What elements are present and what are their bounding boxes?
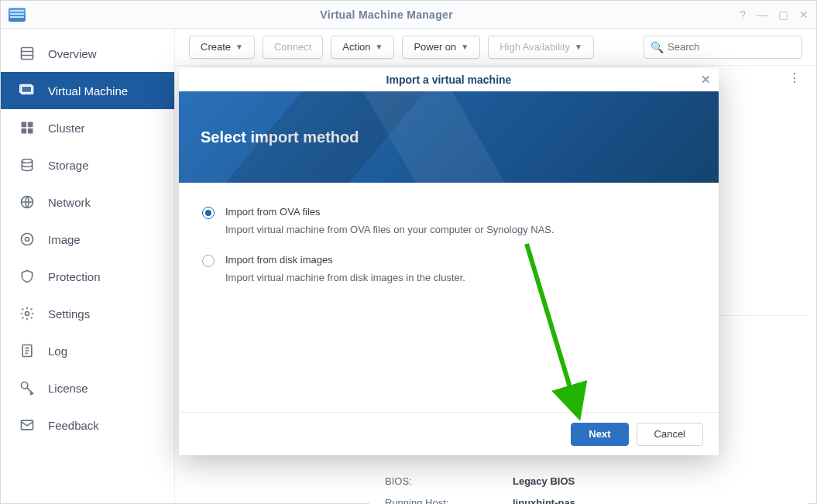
ha-button[interactable]: High Availability▼ <box>488 36 594 59</box>
running-host-label: Running Host: <box>385 497 513 505</box>
svg-rect-2 <box>20 85 32 93</box>
log-icon <box>19 343 35 358</box>
svg-rect-0 <box>22 48 33 60</box>
storage-icon <box>19 157 35 173</box>
caret-down-icon: ▼ <box>575 43 582 51</box>
svg-point-10 <box>26 238 29 242</box>
sidebar-item-storage[interactable]: Storage <box>1 146 174 183</box>
option-import-ova[interactable]: Import from OVA files Import virtual mac… <box>201 200 697 248</box>
network-icon <box>19 194 35 210</box>
bios-label: BIOS: <box>385 475 513 487</box>
sidebar-item-image[interactable]: Image <box>1 221 174 258</box>
sidebar-item-license[interactable]: License <box>1 369 174 406</box>
next-button[interactable]: Next <box>571 423 628 446</box>
sidebar-item-label: Overview <box>48 47 97 60</box>
titlebar: Virtual Machine Manager ? — ▢ ✕ <box>1 1 816 29</box>
sidebar-item-network[interactable]: Network <box>1 183 174 221</box>
sidebar-item-label: Cluster <box>48 122 85 135</box>
action-button[interactable]: Action▼ <box>331 36 394 59</box>
option-desc: Import virtual machine from disk images … <box>225 272 465 283</box>
cluster-icon <box>19 120 35 135</box>
overview-icon <box>19 46 35 61</box>
close-window-icon[interactable]: ✕ <box>799 9 808 21</box>
svg-point-7 <box>22 159 32 163</box>
sidebar-item-label: Protection <box>48 270 101 283</box>
feedback-icon <box>19 417 35 433</box>
close-icon[interactable]: ✕ <box>701 73 711 87</box>
search-icon: 🔍 <box>651 41 664 53</box>
caret-down-icon: ▼ <box>235 43 243 51</box>
svg-rect-6 <box>28 129 33 134</box>
running-host-value: linuxhint-nas <box>513 497 575 505</box>
create-button[interactable]: Create▼ <box>189 36 255 59</box>
sidebar-item-feedback[interactable]: Feedback <box>1 406 174 444</box>
app-icon <box>9 8 26 22</box>
sidebar-item-virtual-machine[interactable]: Virtual Machine <box>1 72 174 109</box>
sidebar-item-label: Virtual Machine <box>48 84 128 98</box>
dialog-footer: Next Cancel <box>179 412 719 455</box>
svg-rect-5 <box>22 129 27 134</box>
option-title: Import from OVA files <box>225 206 554 218</box>
sidebar-item-log[interactable]: Log <box>1 332 174 369</box>
bios-value: Legacy BIOS <box>513 475 575 487</box>
search-wrap: 🔍 <box>644 36 802 59</box>
svg-point-9 <box>22 234 33 245</box>
sidebar-item-label: Image <box>48 233 81 246</box>
toolbar: Create▼ Connect Action▼ Power on▼ High A… <box>175 29 816 66</box>
sidebar-item-label: Feedback <box>48 419 99 432</box>
vm-icon <box>19 83 35 98</box>
minimize-icon[interactable]: — <box>757 9 767 21</box>
connect-button[interactable]: Connect <box>263 36 323 59</box>
sidebar-item-label: Storage <box>48 159 89 172</box>
image-icon <box>19 231 35 247</box>
window-controls: ? — ▢ ✕ <box>740 9 808 21</box>
caret-down-icon: ▼ <box>376 43 383 51</box>
table-columns-menu-icon[interactable]: ⋮ <box>788 70 801 85</box>
maximize-icon[interactable]: ▢ <box>778 9 788 21</box>
sidebar-item-label: Log <box>48 345 67 358</box>
cancel-button[interactable]: Cancel <box>637 423 703 446</box>
radio-icon <box>202 255 215 267</box>
sidebar-item-label: Network <box>48 196 91 209</box>
sidebar: Overview Virtual Machine Cluster Storage… <box>1 29 175 503</box>
help-icon[interactable]: ? <box>740 9 746 21</box>
dialog-banner: Select import method <box>179 91 719 183</box>
radio-icon <box>202 207 215 219</box>
search-input[interactable] <box>644 36 802 59</box>
window-title: Virtual Machine Manager <box>33 9 740 21</box>
dialog-banner-title: Select import method <box>201 129 359 146</box>
protection-icon <box>19 269 35 284</box>
dialog-body: Import from OVA files Import virtual mac… <box>179 183 719 412</box>
caret-down-icon: ▼ <box>461 43 469 51</box>
sidebar-item-cluster[interactable]: Cluster <box>1 109 174 146</box>
import-vm-dialog: Import a virtual machine ✕ Select import… <box>179 68 719 455</box>
svg-rect-3 <box>22 122 27 128</box>
gear-icon <box>19 306 35 321</box>
option-desc: Import virtual machine from OVA files on… <box>225 224 554 235</box>
dialog-title: Import a virtual machine ✕ <box>179 68 719 91</box>
sidebar-item-protection[interactable]: Protection <box>1 258 174 295</box>
sidebar-item-label: Settings <box>48 307 90 321</box>
option-import-disk-images[interactable]: Import from disk images Import virtual m… <box>201 248 697 296</box>
sidebar-item-overview[interactable]: Overview <box>1 35 174 72</box>
option-title: Import from disk images <box>225 254 465 266</box>
power-button[interactable]: Power on▼ <box>402 36 480 59</box>
sidebar-item-label: License <box>48 382 88 395</box>
license-icon <box>19 380 35 396</box>
svg-point-11 <box>26 312 29 316</box>
svg-rect-4 <box>28 122 33 128</box>
sidebar-item-settings[interactable]: Settings <box>1 295 174 332</box>
